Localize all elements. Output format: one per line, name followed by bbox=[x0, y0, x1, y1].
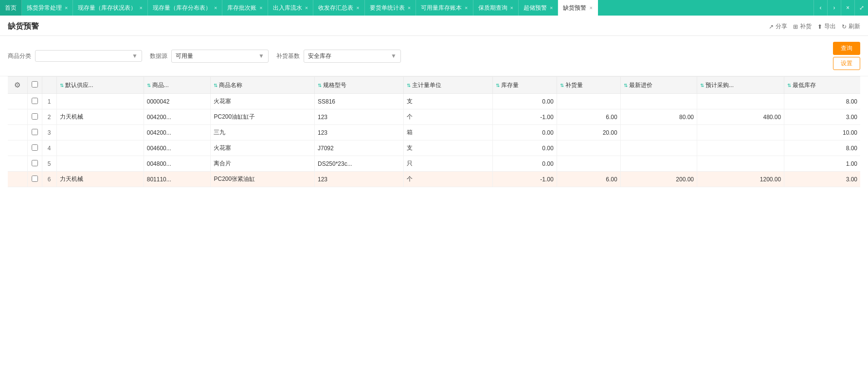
tab-close-inventory-status[interactable]: × bbox=[139, 5, 142, 11]
tab-close-inout-flow[interactable]: × bbox=[305, 5, 308, 11]
tab-avail-ledger[interactable]: 可用量库存账本× bbox=[416, 0, 473, 16]
cell-stock-qty: -1.00 bbox=[493, 172, 557, 187]
row-checkbox-4[interactable] bbox=[32, 144, 38, 151]
column-stock-qty[interactable]: ⇅ 库存量 bbox=[493, 77, 557, 94]
category-select[interactable]: ▼ bbox=[35, 50, 142, 62]
cell-goods-code: 004800... bbox=[144, 156, 211, 172]
column-unit[interactable]: ⇅ 主计量单位 bbox=[403, 77, 493, 94]
table-row[interactable]: 4004600...火花塞J7092支0.008.00 bbox=[8, 141, 860, 156]
table-row[interactable]: 10000042火花塞SS816支0.008.00 bbox=[8, 94, 860, 109]
tab-label-inventory-dist: 现存量（库存分布表） bbox=[153, 4, 211, 12]
column-goods-name[interactable]: ⇅ 商品名称 bbox=[211, 77, 314, 94]
cell-goods-code: 801110... bbox=[144, 172, 211, 187]
cell-checkbox[interactable] bbox=[27, 94, 42, 109]
tab-close-order-stat[interactable]: × bbox=[408, 5, 411, 11]
tab-label-avail-ledger: 可用量库存账本 bbox=[421, 4, 462, 12]
tab-expiry[interactable]: 保质期查询× bbox=[473, 0, 519, 16]
row-checkbox-2[interactable] bbox=[32, 113, 38, 120]
refresh-label: 刷新 bbox=[849, 22, 860, 31]
data-table: ⚙ ⇅ 默认供应... ⇅ 商 bbox=[8, 76, 860, 187]
column-latest-price[interactable]: ⇅ 最新进价 bbox=[620, 77, 697, 94]
basis-select[interactable]: 安全库存 ▼ bbox=[304, 50, 401, 63]
cell-spec: J7092 bbox=[314, 141, 403, 156]
tab-close-button[interactable]: × bbox=[841, 0, 854, 16]
tab-close-batch-account[interactable]: × bbox=[259, 5, 262, 11]
table-row[interactable]: 5004800...离合片DS250*23c...只0.001.00 bbox=[8, 156, 860, 172]
cell-num: 3 bbox=[42, 125, 56, 141]
tab-label-batch-account: 库存批次账 bbox=[227, 4, 256, 12]
tab-close-overstock[interactable]: × bbox=[550, 5, 553, 11]
tab-label-shortage: 缺货预警 bbox=[563, 4, 586, 12]
cell-stock-qty: 0.00 bbox=[493, 125, 557, 141]
tab-overstock[interactable]: 超储预警× bbox=[519, 0, 558, 16]
tab-prev-button[interactable]: ‹ bbox=[814, 0, 827, 16]
cell-goods-name: 火花塞 bbox=[211, 141, 314, 156]
share-button[interactable]: ↗ 分享 bbox=[769, 22, 787, 31]
tab-label-inout-flow: 出入库流水 bbox=[273, 4, 302, 12]
cell-checkbox[interactable] bbox=[27, 156, 42, 172]
tab-shortage[interactable]: 缺货预警× bbox=[558, 0, 597, 16]
cell-unit: 支 bbox=[403, 141, 493, 156]
column-settings[interactable]: ⚙ bbox=[8, 77, 27, 94]
row-checkbox-1[interactable] bbox=[32, 98, 38, 104]
tab-inventory-status[interactable]: 现存量（库存状况表）× bbox=[73, 0, 147, 16]
cell-unit: 箱 bbox=[403, 125, 493, 141]
query-button[interactable]: 查询 bbox=[833, 42, 860, 55]
cell-goods-name: 三九 bbox=[211, 125, 314, 141]
cell-checkbox[interactable] bbox=[27, 109, 42, 125]
row-checkbox-6[interactable] bbox=[32, 176, 38, 182]
table-row[interactable]: 3004200...三九123箱0.0020.0010.00 bbox=[8, 125, 860, 141]
basis-label: 补货基数 bbox=[276, 52, 300, 60]
gear-icon[interactable]: ⚙ bbox=[14, 81, 20, 89]
column-spec[interactable]: ⇅ 规格型号 bbox=[314, 77, 403, 94]
tab-recv-summary[interactable]: 收发存汇总表× bbox=[313, 0, 364, 16]
cell-checkbox[interactable] bbox=[27, 172, 42, 187]
tab-label-expiry: 保质期查询 bbox=[478, 4, 507, 12]
cell-settings bbox=[8, 156, 27, 172]
cell-replenish-qty: 20.00 bbox=[557, 125, 620, 141]
tab-close-inventory-dist[interactable]: × bbox=[214, 5, 217, 11]
settings-button[interactable]: 设置 bbox=[833, 57, 860, 70]
cell-goods-code: 004600... bbox=[144, 141, 211, 156]
cell-supplier bbox=[56, 125, 144, 141]
cell-goods-code: 004200... bbox=[144, 109, 211, 125]
table-row[interactable]: 2力天机械004200...PC200油缸缸子123个-1.006.0080.0… bbox=[8, 109, 860, 125]
column-checkbox-all[interactable] bbox=[27, 77, 42, 94]
tab-close-abnormal[interactable]: × bbox=[65, 5, 68, 11]
tab-home[interactable]: 首页 bbox=[0, 0, 22, 16]
column-replenish-qty[interactable]: ⇅ 补货量 bbox=[557, 77, 620, 94]
tab-close-avail-ledger[interactable]: × bbox=[465, 5, 468, 11]
tab-close-recv-summary[interactable]: × bbox=[356, 5, 359, 11]
column-min-stock[interactable]: ⇅ 最低库存 bbox=[784, 77, 860, 94]
tab-order-stat[interactable]: 要货单统计表× bbox=[365, 0, 416, 16]
tab-label-abnormal: 拣货异常处理 bbox=[27, 4, 62, 12]
column-default-supplier[interactable]: ⇅ 默认供应... bbox=[56, 77, 144, 94]
tab-inout-flow[interactable]: 出入库流水× bbox=[268, 0, 313, 16]
row-checkbox-3[interactable] bbox=[32, 129, 38, 135]
refresh-button[interactable]: ↻ 刷新 bbox=[842, 22, 860, 31]
cell-checkbox[interactable] bbox=[27, 125, 42, 141]
cell-unit: 只 bbox=[403, 156, 493, 172]
sort-price-icon: ⇅ bbox=[624, 83, 628, 88]
page-header: 缺货预警 ↗ 分享 ⊞ 补货 ⬆ 导出 ↻ 刷新 bbox=[0, 16, 868, 36]
export-button[interactable]: ⬆ 导出 bbox=[817, 22, 836, 31]
tab-close-expiry[interactable]: × bbox=[510, 5, 513, 11]
datasource-label: 数据源 bbox=[150, 52, 167, 60]
sort-supplier-icon: ⇅ bbox=[60, 83, 64, 88]
datasource-select[interactable]: 可用量 ▼ bbox=[171, 50, 269, 63]
row-checkbox-5[interactable] bbox=[32, 160, 38, 166]
tab-next-button[interactable]: › bbox=[827, 0, 841, 16]
tab-inventory-dist[interactable]: 现存量（库存分布表）× bbox=[148, 0, 222, 16]
select-all-checkbox[interactable] bbox=[32, 81, 38, 88]
replenish-button[interactable]: ⊞ 补货 bbox=[793, 22, 812, 31]
tab-close-shortage[interactable]: × bbox=[589, 5, 592, 11]
column-goods-code[interactable]: ⇅ 商品... bbox=[144, 77, 211, 94]
tab-fullscreen-button[interactable]: ⤢ bbox=[854, 0, 868, 16]
column-est-purchase[interactable]: ⇅ 预计采购... bbox=[697, 77, 784, 94]
tab-batch-account[interactable]: 库存批次账× bbox=[222, 0, 268, 16]
cell-checkbox[interactable] bbox=[27, 141, 42, 156]
cell-goods-name: PC200油缸缸子 bbox=[211, 109, 314, 125]
cell-supplier: 力天机械 bbox=[56, 172, 144, 187]
table-row[interactable]: 6力天机械801110...PC200张紧油缸123个-1.006.00200.… bbox=[8, 172, 860, 187]
tab-abnormal[interactable]: 拣货异常处理× bbox=[22, 0, 73, 16]
